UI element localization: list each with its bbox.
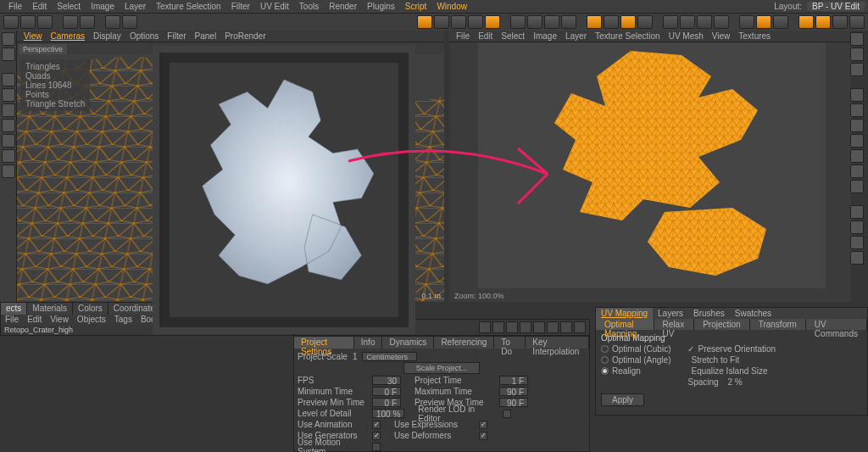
radio-optimal-angle[interactable] [601, 356, 609, 364]
uvtool-icon[interactable] [850, 180, 864, 193]
project-scale-input[interactable]: 1 [353, 352, 358, 361]
tool-icon[interactable] [2, 73, 15, 86]
uvtool-icon[interactable] [850, 236, 864, 249]
uvtool-icon[interactable] [850, 205, 864, 219]
toolbar-icon[interactable] [80, 15, 95, 29]
menu-select[interactable]: Select [52, 2, 86, 11]
tool-icon[interactable] [2, 119, 15, 132]
proj-tab-info[interactable]: Info [354, 337, 383, 349]
tool-icon[interactable] [2, 134, 15, 148]
menu-edit[interactable]: Edit [27, 2, 52, 11]
texture-preview-popup[interactable] [153, 46, 415, 334]
max-time-input[interactable]: 90 F [499, 387, 528, 396]
timeline-btn-icon[interactable] [560, 321, 572, 333]
uvtool-icon[interactable] [850, 220, 864, 234]
menu-window[interactable]: Window [431, 2, 472, 11]
timeline-btn-icon[interactable] [479, 321, 491, 333]
uvvp-file[interactable]: File [453, 31, 473, 41]
project-scale-unit-dropdown[interactable]: Centimeters [362, 352, 417, 361]
menu-file[interactable]: File [3, 2, 27, 11]
uvvp-edit[interactable]: Edit [475, 31, 496, 41]
timeline-btn-icon[interactable] [547, 321, 559, 333]
spacing-input[interactable]: 2 % [727, 377, 751, 387]
vp-tab-panel[interactable]: Panel [192, 31, 220, 41]
toolbar-icon[interactable] [3, 15, 19, 29]
prev-max-input[interactable]: 90 F [499, 398, 528, 407]
toolbar-icon[interactable] [815, 15, 831, 29]
uvtool-icon[interactable] [850, 32, 864, 46]
uv-subtab-relax[interactable]: Relax UV [654, 319, 695, 330]
toolbar-icon[interactable] [620, 15, 636, 29]
proj-tab-keyinterp[interactable]: Key Interpolation [526, 337, 589, 349]
uv-subtab-projection[interactable]: Projection [694, 319, 749, 330]
timeline-btn-icon[interactable] [574, 321, 586, 333]
proj-tab-dynamics[interactable]: Dynamics [382, 337, 434, 349]
uv-tab-layers[interactable]: Layers [653, 308, 688, 319]
menu-layer[interactable]: Layer [120, 2, 151, 11]
menu-plugins[interactable]: Plugins [362, 2, 400, 11]
toolbar-icon[interactable] [697, 15, 712, 29]
prev-min-input[interactable]: 0 F [372, 398, 401, 407]
fps-input[interactable]: 30 [372, 376, 401, 385]
toolbar-icon[interactable] [680, 15, 695, 29]
vp-tab-filter[interactable]: Filter [164, 31, 189, 41]
uvvp-select[interactable]: Select [498, 31, 528, 41]
radio-optimal-cubic[interactable] [601, 345, 609, 353]
tool-icon[interactable] [2, 47, 15, 61]
obj-menu-edit[interactable]: Edit [23, 315, 46, 325]
uv-tab-swatches[interactable]: Swatches [730, 308, 776, 319]
toolbar-icon[interactable] [20, 15, 36, 29]
use-motion-checkbox[interactable] [372, 443, 381, 451]
vp-tab-prorender[interactable]: ProRender [221, 31, 269, 41]
toolbar-icon[interactable] [468, 15, 483, 29]
proj-tab-projectsettings[interactable]: Project Settings [294, 337, 354, 349]
uvvp-uvmesh[interactable]: UV Mesh [665, 31, 707, 41]
menu-uvedit[interactable]: UV Edit [255, 2, 294, 11]
proj-tab-referencing[interactable]: Referencing [434, 337, 494, 349]
toolbar-icon[interactable] [510, 15, 526, 29]
toolbar-icon[interactable] [587, 15, 602, 29]
viewport-uv-editor[interactable]: File Edit Select Image Layer Texture Sel… [449, 31, 851, 302]
toolbar-icon[interactable] [832, 15, 848, 29]
apply-button[interactable]: Apply [601, 393, 644, 406]
attr-tab-objects[interactable]: ects [1, 303, 27, 315]
uvvp-layer[interactable]: Layer [562, 31, 590, 41]
use-anim-checkbox[interactable]: ✓ [372, 421, 381, 429]
toolbar-icon[interactable] [37, 15, 53, 29]
uv-tab-uvmapping[interactable]: UV Mapping [596, 308, 653, 319]
tool-icon[interactable] [2, 32, 15, 46]
toolbar-icon[interactable] [798, 15, 814, 29]
checkbox-preserve-orientation[interactable]: ✓ [687, 344, 694, 354]
uv-subtab-transform[interactable]: Transform [750, 319, 806, 330]
toolbar-icon[interactable] [485, 15, 500, 29]
attr-tab-colors[interactable]: Colors [73, 303, 108, 315]
uvvp-view[interactable]: View [709, 31, 734, 41]
toolbar-icon[interactable] [451, 15, 466, 29]
uv-canvas[interactable] [478, 42, 826, 288]
uvtool-icon[interactable] [850, 149, 864, 163]
menu-image[interactable]: Image [86, 2, 120, 11]
uvtool-icon[interactable] [850, 134, 864, 148]
obj-menu-tags[interactable]: Tags [110, 315, 136, 325]
uv-tab-brushes[interactable]: Brushes [688, 308, 730, 319]
timeline-btn-icon[interactable] [492, 321, 504, 333]
toolbar-icon[interactable] [604, 15, 619, 29]
uvtool-icon[interactable] [850, 251, 864, 265]
toolbar-icon[interactable] [849, 15, 865, 29]
tool-icon[interactable] [2, 165, 15, 178]
timeline-btn-icon[interactable] [520, 321, 531, 333]
use-expr-checkbox[interactable]: ✓ [479, 421, 487, 429]
min-time-input[interactable]: 0 F [372, 387, 401, 396]
use-gen-checkbox[interactable]: ✓ [372, 432, 381, 440]
uvtool-icon[interactable] [850, 165, 864, 178]
toolbar-icon[interactable] [773, 15, 788, 29]
menu-render[interactable]: Render [324, 2, 362, 11]
toolbar-icon[interactable] [527, 15, 542, 29]
toolbar-icon[interactable] [105, 15, 120, 29]
toolbar-icon[interactable] [714, 15, 729, 29]
obj-menu-view[interactable]: View [46, 315, 73, 325]
vp-tab-view[interactable]: View [20, 31, 46, 41]
toolbar-icon[interactable] [739, 15, 754, 29]
uvtool-icon[interactable] [850, 47, 864, 61]
toolbar-icon[interactable] [434, 15, 449, 29]
